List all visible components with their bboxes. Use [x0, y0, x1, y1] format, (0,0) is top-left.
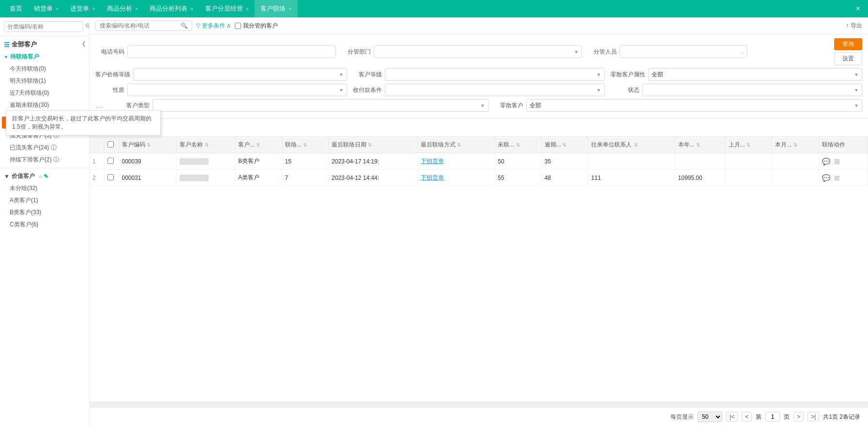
sort-code-icon: ⇅: [147, 142, 151, 147]
th-contact-person[interactable]: 往来单位联系人 ⇅: [588, 137, 675, 153]
prev-page-btn[interactable]: <: [742, 412, 752, 422]
table-toolbar: ⚙: [90, 119, 868, 137]
my-customers-checkbox-label[interactable]: 我分管的客户: [235, 22, 278, 30]
filter-dots-area: …: [95, 101, 115, 110]
th-name[interactable]: 客户名称 ⇅: [177, 137, 235, 153]
th-level[interactable]: 客户... ⇅: [235, 137, 282, 153]
nav-customer-contact[interactable]: 客户联络 ×: [255, 0, 297, 17]
nature-select[interactable]: ▼: [127, 84, 347, 96]
status-caret-icon: ▼: [854, 88, 859, 93]
dept-select[interactable]: ▼: [374, 45, 582, 58]
status-select[interactable]: ▼: [642, 84, 862, 96]
retail-attr-select[interactable]: 全部 ▼: [648, 68, 862, 81]
td-last-contact-date-2: 2023-04-12 14:44:: [329, 170, 418, 186]
th-last-month[interactable]: 上月... ⇅: [725, 137, 772, 153]
customer-level-select[interactable]: ▼: [385, 68, 605, 81]
sort-last-date-icon: ⇅: [368, 142, 372, 147]
phone-input[interactable]: [127, 45, 336, 58]
close-all-tabs-button[interactable]: ×: [852, 4, 864, 13]
customer-type-select[interactable]: ▼: [152, 99, 488, 112]
td-level-1: B类客户: [235, 153, 282, 170]
retail-customer-select[interactable]: 全部 ▼: [526, 99, 862, 112]
th-code[interactable]: 客户编码 ⇅: [119, 137, 177, 153]
close-customer-tiering-icon[interactable]: ×: [246, 6, 249, 12]
search-input[interactable]: [100, 22, 181, 29]
close-purchase-order-icon[interactable]: ×: [92, 6, 95, 12]
th-last-contact-method[interactable]: 最后联络方式 ⇅: [417, 137, 494, 153]
grid-icon-1[interactable]: ⊞: [834, 158, 840, 165]
nav-customer-tiering[interactable]: 客户分层经营 ×: [199, 0, 255, 17]
manager-caret-icon: …: [739, 49, 744, 55]
th-this-month[interactable]: 本月... ⇅: [772, 137, 819, 153]
sidebar-item-class-b[interactable]: B类客户(33): [0, 206, 89, 219]
sort-this-month-icon: ⇅: [793, 142, 797, 147]
sidebar-item-class-a[interactable]: A类客户(1): [0, 194, 89, 206]
select-all-checkbox[interactable]: [107, 141, 114, 147]
price-level-select[interactable]: ▼: [133, 68, 347, 81]
th-rownum: [90, 137, 104, 153]
first-page-btn[interactable]: |<: [726, 412, 738, 422]
sidebar-item-overdue-not-contacted[interactable]: 逾期未联络(30): [0, 99, 89, 111]
chat-icon-2[interactable]: 💬: [822, 174, 830, 182]
th-this-year[interactable]: 本年... ⇅: [675, 137, 725, 153]
settings-button[interactable]: 设置: [834, 52, 862, 65]
price-level-label: 客户价格等级: [95, 71, 130, 79]
sidebar-search-icon[interactable]: 🔍: [85, 23, 90, 30]
nav-purchase-order[interactable]: 进货单 ×: [64, 0, 101, 17]
close-sales-order-icon[interactable]: ×: [56, 6, 59, 12]
sidebar-group-pending-contact[interactable]: ▼ 待联络客户: [0, 51, 89, 63]
sidebar-item-tomorrow-pending[interactable]: 明天待联络(1): [0, 75, 89, 87]
last-method-link-1[interactable]: 下销货单: [421, 158, 444, 164]
filter-field-phone: 电话号码: [95, 45, 336, 58]
sidebar-item-7day-pending[interactable]: 近7天待联络(0): [0, 87, 89, 99]
horizontal-scrollbar[interactable]: [90, 401, 868, 407]
triangle-icon2: ▼: [4, 173, 10, 180]
search-bar-icon[interactable]: 🔍: [181, 22, 188, 29]
sidebar-item-today-pending[interactable]: 今天待联络(0): [0, 63, 89, 75]
nav-product-analysis[interactable]: 商品分析 ×: [101, 0, 144, 17]
status-label: 状态: [610, 86, 640, 94]
search-input-wrap: 🔍: [95, 20, 192, 31]
sidebar-group-value-customers[interactable]: ▼ 价值客户 ○ ✎: [0, 170, 89, 182]
filter-field-status: 状态 ▼: [610, 84, 862, 96]
sidebar-item-class-c[interactable]: C类客户(6): [0, 219, 89, 231]
sidebar-search-input[interactable]: [4, 21, 83, 32]
last-page-btn[interactable]: >|: [807, 412, 819, 422]
per-page-select[interactable]: 50 100 200: [698, 411, 722, 422]
page-input[interactable]: [765, 412, 780, 422]
td-last-contact-method-1: 下销货单: [417, 153, 494, 170]
row1-checkbox[interactable]: [107, 158, 114, 164]
manager-select[interactable]: …: [620, 45, 747, 58]
query-button[interactable]: 查询: [834, 38, 862, 50]
sidebar-collapse-btn[interactable]: 《: [79, 40, 85, 49]
row2-checkbox[interactable]: [107, 174, 114, 180]
close-product-analysis-list-icon[interactable]: ×: [190, 6, 193, 12]
nav-home[interactable]: 首页: [4, 0, 28, 17]
edit-value-customer-icon[interactable]: ○ ✎: [39, 173, 49, 180]
sidebar-item-churned[interactable]: 已流失客户(24) ⓘ: [0, 142, 89, 154]
close-product-analysis-icon[interactable]: ×: [135, 6, 138, 12]
retail-customer-caret-icon: ▼: [854, 103, 859, 108]
next-page-btn[interactable]: >: [793, 412, 804, 422]
nav-product-analysis-list[interactable]: 商品分析列表 ×: [144, 0, 199, 17]
th-last-contact-date[interactable]: 最后联络日期 ⇅: [329, 137, 418, 153]
nav-sales-order[interactable]: 销货单 ×: [28, 0, 64, 17]
th-not-contacted[interactable]: 未联... ⇅: [495, 137, 542, 153]
grid-icon-2[interactable]: ⊞: [834, 174, 840, 182]
export-button[interactable]: ↑ 导出: [846, 22, 862, 30]
th-overdue[interactable]: 逾期... ⇅: [541, 137, 588, 153]
payment-terms-select[interactable]: ▼: [385, 84, 605, 96]
my-customers-checkbox[interactable]: [235, 23, 241, 29]
sidebar-item-declining[interactable]: 持续下滑客户(2) ⓘ: [0, 154, 89, 166]
chat-icon-1[interactable]: 💬: [822, 158, 830, 165]
last-method-link-2[interactable]: 下销货单: [421, 174, 444, 181]
th-contact-count[interactable]: 联络... ⇅: [282, 137, 329, 153]
close-customer-contact-icon[interactable]: ×: [289, 6, 291, 12]
dept-label: 分管部门: [342, 48, 371, 56]
data-table: 客户编码 ⇅ 客户名称 ⇅ 客户... ⇅ 联络... ⇅ 最后联络日期 ⇅ 最…: [90, 137, 868, 186]
td-contact-person-2: 111: [588, 170, 675, 186]
filter-row-1: 电话号码 分管部门 ▼ 分管人员 …: [95, 38, 862, 65]
sidebar-item-unclassified[interactable]: 未分组(32): [0, 182, 89, 194]
more-conditions-btn[interactable]: ▽ 更多条件 ∧: [196, 22, 231, 30]
more-dots-button[interactable]: …: [95, 101, 103, 110]
